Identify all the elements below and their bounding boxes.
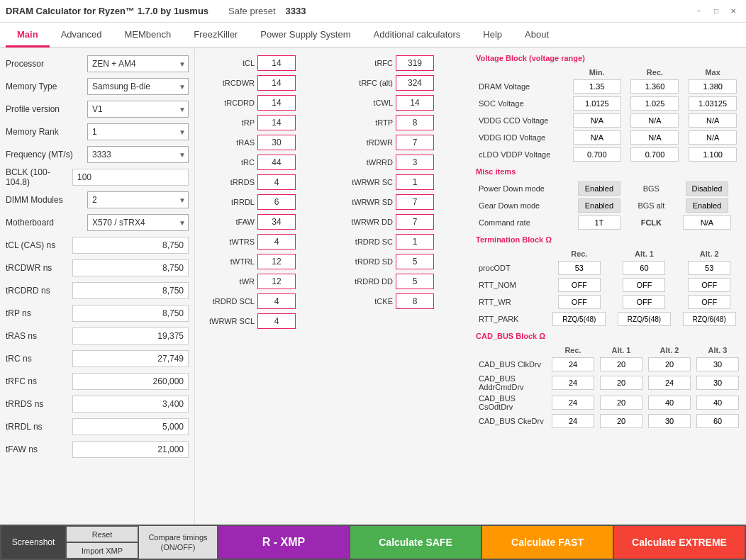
bgs-button[interactable]: Disabled — [686, 181, 728, 196]
import-xmp-button[interactable]: Import XMP — [67, 543, 138, 558]
frequency-select[interactable]: 3333 — [87, 146, 189, 163]
tab-advanced[interactable]: Advanced — [50, 23, 113, 47]
trcdrd-input[interactable] — [257, 95, 296, 111]
twrwr-scl-input[interactable] — [257, 313, 296, 329]
close-button[interactable]: ✕ — [726, 4, 740, 18]
gear-down-mode-button[interactable]: Enabled — [578, 198, 620, 213]
twr-input[interactable] — [257, 274, 296, 289]
cad-clkdrv-alt3-btn[interactable]: 30 — [696, 357, 739, 371]
rtt-wr-alt2-btn[interactable]: OFF — [688, 295, 730, 309]
trtp-input[interactable] — [396, 115, 434, 130]
trfc-ns-input[interactable] — [72, 373, 189, 390]
cad-csodtdrv-rec-btn[interactable]: 24 — [552, 396, 594, 410]
cad-clkdrv-rec-btn[interactable]: 24 — [552, 357, 594, 371]
tcwl-input[interactable] — [396, 95, 434, 111]
trfc-input[interactable] — [396, 55, 434, 71]
tcl-input[interactable] — [257, 55, 296, 71]
rtt-park-rec-btn[interactable]: RZQ/5(48) — [552, 312, 606, 326]
tfaw-input[interactable] — [257, 214, 296, 230]
bclk-input[interactable] — [72, 169, 189, 186]
twtrs-input[interactable] — [257, 234, 296, 250]
cad-csodtdrv-alt2-btn[interactable]: 40 — [648, 396, 691, 410]
cad-clkdrv-alt2-btn[interactable]: 20 — [648, 357, 691, 371]
calculate-safe-button[interactable]: Calculate SAFE — [350, 526, 481, 559]
rtt-park-alt1-btn[interactable]: RZQ/5(48) — [618, 312, 671, 326]
processor-select[interactable]: ZEN + AM4 — [87, 55, 189, 72]
trrdl-ns-input[interactable] — [72, 418, 189, 435]
twrrd-input[interactable] — [396, 155, 434, 170]
tcl-ns-input[interactable] — [72, 237, 189, 254]
rtt-wr-rec-btn[interactable]: OFF — [558, 295, 601, 309]
tab-power-supply[interactable]: Power Supply System — [249, 23, 362, 47]
rtt-nom-alt2-btn[interactable]: OFF — [688, 278, 730, 292]
twrwr-sc-input[interactable] — [396, 174, 434, 190]
trdrd-sd-input[interactable] — [396, 254, 434, 269]
tab-help[interactable]: Help — [472, 23, 513, 47]
calculate-extreme-button[interactable]: Calculate EXTREME — [614, 526, 745, 559]
trdrd-dd-label: tRDRD DD — [336, 277, 393, 286]
tab-membench[interactable]: MEMbench — [113, 23, 182, 47]
profile-version-select[interactable]: V1 — [87, 101, 189, 118]
cad-addrcmddrv-alt3-btn[interactable]: 30 — [696, 376, 739, 390]
cad-clkdrv-row: CAD_BUS ClkDrv 24 20 20 30 — [476, 356, 742, 373]
trc-ns-input[interactable] — [72, 350, 189, 367]
motherboard-select[interactable]: X570 / sTRX4 — [87, 214, 189, 231]
tras-input[interactable] — [257, 135, 296, 150]
cad-ckedrv-rec-btn[interactable]: 24 — [552, 414, 594, 428]
trp-input[interactable] — [257, 115, 296, 130]
tab-freezkiller[interactable]: FreezKiller — [182, 23, 249, 47]
trfc-alt-input[interactable] — [396, 75, 434, 91]
procodt-alt2-btn[interactable]: 53 — [688, 261, 730, 275]
cad-ckedrv-alt3-btn[interactable]: 60 — [696, 414, 739, 428]
minimize-button[interactable]: − — [692, 4, 706, 18]
command-rate-button[interactable]: 1T — [578, 215, 620, 230]
cad-clkdrv-alt1-btn[interactable]: 20 — [600, 357, 642, 371]
tab-additional[interactable]: Additional calculators — [362, 23, 472, 47]
procodt-rec-btn[interactable]: 53 — [558, 261, 601, 275]
cad-addrcmddrv-alt1-btn[interactable]: 20 — [600, 376, 642, 390]
procodt-alt1-btn[interactable]: 60 — [623, 261, 665, 275]
rtt-wr-alt1-btn[interactable]: OFF — [623, 295, 665, 309]
calculate-fast-button[interactable]: Calculate FAST — [482, 526, 613, 559]
power-down-mode-button[interactable]: Enabled — [578, 181, 620, 196]
trp-ns-input[interactable] — [72, 305, 189, 322]
trcdwr-ns-input[interactable] — [72, 259, 189, 276]
trc-input[interactable] — [257, 155, 296, 170]
trcdwr-input[interactable] — [257, 75, 296, 91]
twrwr-dd-input[interactable] — [396, 214, 434, 230]
rtt-park-alt2-btn[interactable]: RZQ/6(48) — [683, 312, 736, 326]
cad-ckedrv-alt2-btn[interactable]: 30 — [648, 414, 691, 428]
tab-main[interactable]: Main — [6, 23, 50, 47]
twtrl-input[interactable] — [257, 254, 296, 269]
cad-addrcmddrv-rec-btn[interactable]: 24 — [552, 376, 594, 390]
tab-about[interactable]: About — [513, 23, 560, 47]
tfaw-ns-input[interactable] — [72, 441, 189, 458]
trdrd-scl-input[interactable] — [257, 293, 296, 309]
fclk-input[interactable] — [683, 215, 731, 230]
trrdl-input[interactable] — [257, 194, 296, 210]
tcke-input[interactable] — [396, 293, 434, 309]
rxmp-button[interactable]: R - XMP — [218, 526, 349, 559]
cad-csodtdrv-alt1-btn[interactable]: 20 — [600, 396, 642, 410]
trrds-input[interactable] — [257, 174, 296, 190]
bgs-alt-button[interactable]: Enabled — [686, 198, 728, 213]
trdrd-sc-input[interactable] — [396, 234, 434, 250]
maximize-button[interactable]: □ — [709, 4, 723, 18]
trdwr-input[interactable] — [396, 135, 434, 150]
cad-ckedrv-alt1-btn[interactable]: 20 — [600, 414, 642, 428]
reset-button[interactable]: Reset — [67, 527, 138, 542]
memory-rank-select[interactable]: 1 — [87, 123, 189, 140]
cad-addrcmddrv-alt2-btn[interactable]: 24 — [648, 376, 691, 390]
tras-ns-input[interactable] — [72, 327, 189, 345]
memory-type-select[interactable]: Samsung B-die — [87, 78, 189, 95]
cad-csodtdrv-alt3-btn[interactable]: 40 — [696, 396, 739, 410]
trrds-ns-input[interactable] — [72, 396, 189, 413]
compare-timings-button[interactable]: Compare timings(ON/OFF) — [139, 526, 217, 559]
rtt-nom-alt1-btn[interactable]: OFF — [623, 278, 665, 292]
twrwr-sd-input[interactable] — [396, 194, 434, 210]
trdrd-dd-input[interactable] — [396, 274, 434, 289]
rtt-nom-rec-btn[interactable]: OFF — [558, 278, 601, 292]
screenshot-button[interactable]: Screenshot — [1, 526, 65, 559]
dimm-modules-select[interactable]: 2 — [87, 191, 189, 208]
trcdrd-ns-input[interactable] — [72, 282, 189, 299]
